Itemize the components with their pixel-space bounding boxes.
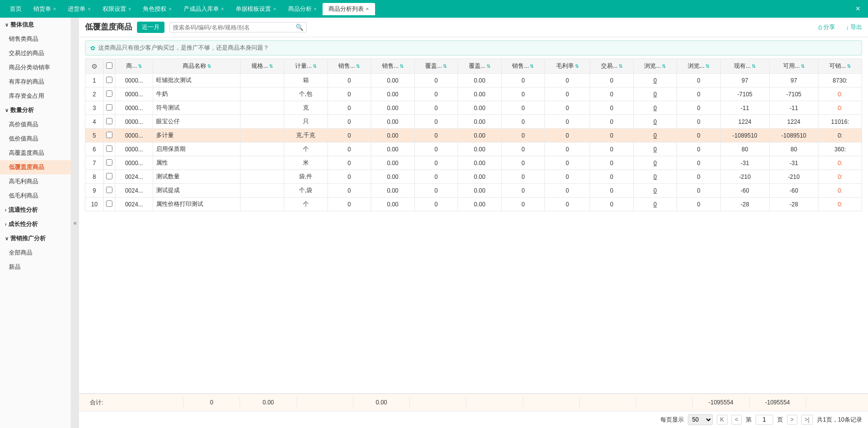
row-code: 0000...: [115, 156, 153, 170]
sidebar-section-quantity[interactable]: ∨ 数量分析: [0, 103, 71, 117]
sidebar-item-low-coverage[interactable]: 低覆盖度商品: [0, 160, 71, 174]
row-browse1[interactable]: 0: [633, 143, 677, 156]
row-browse1[interactable]: 0: [633, 74, 677, 87]
select-all-checkbox[interactable]: [106, 62, 112, 69]
sidebar-item-high-value[interactable]: 高价值商品: [0, 117, 71, 132]
sidebar-collapse-button[interactable]: «: [71, 18, 79, 428]
col-cover2[interactable]: 覆盖...⇅: [458, 59, 502, 74]
row-browse2: 0: [677, 184, 721, 198]
nav-tab-roles[interactable]: 角色授权 ×: [137, 3, 177, 15]
row-saleable: 0:: [818, 156, 862, 170]
sidebar-item-high-margin[interactable]: 高毛利商品: [0, 174, 71, 189]
col-cover1[interactable]: 覆盖...⇅: [414, 59, 458, 74]
sidebar-item-in-stock[interactable]: 有库存的商品: [0, 75, 71, 89]
row-browse2: 0: [677, 170, 721, 184]
nav-tab-sales[interactable]: 销货单 ×: [27, 3, 62, 15]
sidebar-item-low-value[interactable]: 低价值商品: [0, 132, 71, 146]
col-current-stock[interactable]: 现有...⇅: [720, 59, 769, 74]
search-input[interactable]: [173, 24, 294, 31]
row-spec: [241, 115, 284, 129]
row-browse1[interactable]: 0: [633, 87, 677, 101]
first-page-button[interactable]: K: [717, 415, 728, 425]
row-checkbox[interactable]: [104, 129, 115, 143]
export-button[interactable]: ↓ 导出: [846, 23, 862, 31]
sidebar-item-new-goods[interactable]: 新品: [0, 260, 71, 274]
prev-page-button[interactable]: <: [732, 415, 742, 425]
sidebar-section-flow[interactable]: › 流通性分析: [0, 203, 71, 217]
nav-tab-template-close[interactable]: ×: [273, 6, 276, 12]
nav-tab-production-close[interactable]: ×: [221, 6, 224, 12]
last-page-button[interactable]: >|: [801, 415, 813, 425]
row-checkbox[interactable]: [104, 143, 115, 156]
col-name[interactable]: 商品名称⇅: [153, 59, 241, 74]
row-checkbox[interactable]: [104, 184, 115, 198]
row-cover1: 0: [414, 101, 458, 115]
col-checkbox[interactable]: [104, 59, 115, 74]
sidebar-item-sales-goods[interactable]: 销售类商品: [0, 32, 71, 46]
sidebar-item-all-goods[interactable]: 全部商品: [0, 246, 71, 260]
nav-tab-home[interactable]: 首页: [4, 3, 27, 15]
row-available-stock: -28: [769, 198, 818, 211]
sidebar-section-growth[interactable]: › 成长性分析: [0, 217, 71, 231]
nav-tab-analysis-list[interactable]: 商品分析列表 ×: [323, 3, 375, 15]
row-checkbox[interactable]: [104, 74, 115, 87]
nav-tab-analysis[interactable]: 商品分析 ×: [282, 3, 323, 15]
nav-tab-purchase-close[interactable]: ×: [87, 6, 90, 12]
row-spec: [241, 198, 284, 211]
row-checkbox[interactable]: [104, 87, 115, 101]
col-saleable[interactable]: 可销...⇅: [818, 59, 862, 74]
col-sales3[interactable]: 销售...⇅: [501, 59, 545, 74]
sidebar-item-high-coverage[interactable]: 高覆盖度商品: [0, 146, 71, 160]
row-browse1[interactable]: 0: [633, 115, 677, 129]
row-sales-amt: 0.00: [371, 101, 415, 115]
nav-tab-production[interactable]: 产成品入库单 ×: [178, 3, 230, 15]
share-button[interactable]: ⎙ 分享: [818, 23, 835, 31]
col-transaction[interactable]: 交易...⇅: [590, 59, 634, 74]
row-browse1[interactable]: 0: [633, 170, 677, 184]
row-browse1[interactable]: 0: [633, 156, 677, 170]
row-checkbox[interactable]: [104, 198, 115, 211]
window-close-button[interactable]: ×: [852, 4, 864, 13]
nav-tab-sales-close[interactable]: ×: [53, 6, 56, 12]
col-unit[interactable]: 计量...⇅: [284, 59, 327, 74]
sidebar-item-traded-goods[interactable]: 交易过的商品: [0, 46, 71, 60]
row-checkbox[interactable]: [104, 101, 115, 115]
row-sales-qty: 0: [327, 101, 371, 115]
nav-tab-permissions-close[interactable]: ×: [128, 6, 131, 12]
col-settings[interactable]: ⚙: [85, 59, 104, 74]
sidebar-item-capital[interactable]: 库存资金占用: [0, 89, 71, 103]
row-spec: [241, 170, 284, 184]
col-gross-margin[interactable]: 毛利率⇅: [545, 59, 590, 74]
nav-tab-analysis-list-close[interactable]: ×: [366, 6, 369, 12]
settings-icon[interactable]: ⚙: [91, 62, 98, 70]
col-code[interactable]: 商...⇅: [115, 59, 153, 74]
col-sales-amt[interactable]: 销售...⇅: [371, 59, 415, 74]
col-sales-qty[interactable]: 销售...⇅: [327, 59, 371, 74]
row-browse1[interactable]: 0: [633, 198, 677, 211]
row-checkbox[interactable]: [104, 156, 115, 170]
row-checkbox[interactable]: [104, 170, 115, 184]
nav-tab-roles-close[interactable]: ×: [168, 6, 171, 12]
row-browse1[interactable]: 0: [633, 184, 677, 198]
next-page-button[interactable]: >: [787, 415, 797, 425]
row-browse1[interactable]: 0: [633, 101, 677, 115]
row-available-stock: 97: [769, 74, 818, 87]
row-checkbox[interactable]: [104, 115, 115, 129]
row-browse1[interactable]: 0: [633, 129, 677, 143]
date-filter-button[interactable]: 近一月: [137, 22, 164, 33]
nav-tab-permissions[interactable]: 权限设置 ×: [97, 3, 137, 15]
col-browse1[interactable]: 浏览...⇅: [633, 59, 677, 74]
col-browse2[interactable]: 浏览...⇅: [677, 59, 721, 74]
page-size-select[interactable]: 20 50 100: [688, 414, 713, 425]
sidebar-item-low-margin[interactable]: 低毛利商品: [0, 189, 71, 203]
sidebar-section-overall[interactable]: ∨ 整体信息: [0, 18, 71, 32]
col-available-stock[interactable]: 可用...⇅: [769, 59, 818, 74]
col-spec[interactable]: 规格...⇅: [241, 59, 284, 74]
page-number-input[interactable]: [756, 415, 773, 425]
sidebar-item-category-rate[interactable]: 商品分类动销率: [0, 60, 71, 75]
total-sales3: [409, 397, 466, 408]
nav-tab-analysis-close[interactable]: ×: [314, 6, 317, 12]
sidebar-section-marketing[interactable]: ∨ 营销推广分析: [0, 231, 71, 246]
nav-tab-template[interactable]: 单据模板设置 ×: [230, 3, 282, 15]
nav-tab-purchase[interactable]: 进货单 ×: [62, 3, 96, 15]
